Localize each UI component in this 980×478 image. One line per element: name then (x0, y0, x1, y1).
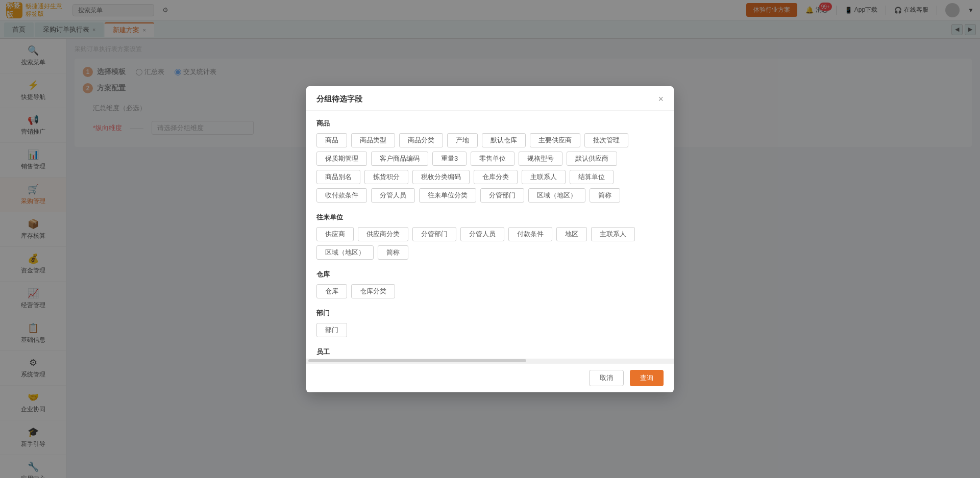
field-tag[interactable]: 客户商品编码 (371, 152, 428, 166)
modal-overlay: 分组待选字段 × 商品 商品 商品类型 商品分类 产地 默认仓库 主要供应商 批… (0, 0, 980, 478)
field-tag[interactable]: 主联系人 (591, 227, 635, 241)
field-tag[interactable]: 拣货积分 (364, 170, 408, 184)
field-tag[interactable]: 批次管理 (584, 133, 628, 147)
field-tag[interactable]: 规格型号 (519, 152, 562, 166)
field-group-department-title: 部门 (316, 309, 664, 318)
field-tag[interactable]: 简称 (590, 188, 620, 203)
field-tag[interactable]: 商品分类 (399, 133, 443, 147)
field-tag[interactable]: 保质期管理 (316, 152, 367, 166)
field-group-warehouse: 仓库 仓库 仓库分类 (316, 270, 664, 298)
field-tag[interactable]: 供应商 (316, 227, 354, 241)
modal-title: 分组待选字段 (316, 94, 362, 104)
field-tag[interactable]: 默认供应商 (567, 152, 617, 166)
field-tag[interactable]: 商品别名 (316, 170, 360, 184)
field-group-department: 部门 部门 (316, 309, 664, 337)
field-tag[interactable]: 仓库分类 (351, 284, 395, 298)
field-group-employee: 员工 业务员 (316, 347, 664, 359)
modal-hscrollbar[interactable] (306, 359, 674, 363)
field-tag[interactable]: 供应商分类 (358, 227, 408, 241)
field-tag[interactable]: 分管部门 (480, 188, 524, 203)
field-tag[interactable]: 分管人员 (371, 188, 415, 203)
field-group-partner: 往来单位 供应商 供应商分类 分管部门 分管人员 付款条件 地区 主联系人 区域… (316, 213, 664, 260)
modal-header: 分组待选字段 × (306, 86, 674, 111)
field-tags-department: 部门 (316, 323, 664, 337)
cancel-button[interactable]: 取消 (589, 370, 624, 386)
field-tag[interactable]: 重量3 (432, 152, 467, 166)
field-tag[interactable]: 地区 (556, 227, 587, 241)
field-tag[interactable]: 分管部门 (412, 227, 456, 241)
field-tag[interactable]: 主联系人 (522, 170, 566, 184)
field-group-goods: 商品 商品 商品类型 商品分类 产地 默认仓库 主要供应商 批次管理 保质期管理… (316, 119, 664, 203)
field-tag[interactable]: 产地 (447, 133, 478, 147)
field-tags-goods: 商品 商品类型 商品分类 产地 默认仓库 主要供应商 批次管理 保质期管理 客户… (316, 133, 664, 203)
confirm-button[interactable]: 查询 (630, 370, 664, 386)
field-tag[interactable]: 收付款条件 (316, 188, 367, 203)
field-tags-warehouse: 仓库 仓库分类 (316, 284, 664, 298)
field-tag[interactable]: 部门 (316, 323, 347, 337)
field-tag[interactable]: 商品 (316, 133, 347, 147)
field-tag[interactable]: 区域（地区） (316, 245, 374, 260)
field-tag[interactable]: 结算单位 (570, 170, 614, 184)
field-select-modal: 分组待选字段 × 商品 商品 商品类型 商品分类 产地 默认仓库 主要供应商 批… (306, 86, 674, 392)
hscroll-thumb[interactable] (308, 359, 526, 362)
field-tag[interactable]: 区域（地区） (528, 188, 585, 203)
field-group-goods-title: 商品 (316, 119, 664, 128)
field-tag[interactable]: 税收分类编码 (412, 170, 470, 184)
field-group-employee-title: 员工 (316, 347, 664, 357)
field-tag[interactable]: 零售单位 (471, 152, 514, 166)
field-tag[interactable]: 仓库 (316, 284, 347, 298)
field-tag[interactable]: 付款条件 (508, 227, 552, 241)
field-group-warehouse-title: 仓库 (316, 270, 664, 279)
modal-body: 商品 商品 商品类型 商品分类 产地 默认仓库 主要供应商 批次管理 保质期管理… (306, 111, 674, 359)
field-tag[interactable]: 默认仓库 (482, 133, 526, 147)
field-tags-partner: 供应商 供应商分类 分管部门 分管人员 付款条件 地区 主联系人 区域（地区） … (316, 227, 664, 260)
field-tag[interactable]: 简称 (378, 245, 408, 260)
field-tag[interactable]: 分管人员 (460, 227, 504, 241)
field-group-partner-title: 往来单位 (316, 213, 664, 222)
field-tag[interactable]: 商品类型 (351, 133, 395, 147)
field-tag[interactable]: 仓库分类 (474, 170, 518, 184)
modal-close-button[interactable]: × (658, 94, 664, 104)
field-tag[interactable]: 往来单位分类 (419, 188, 476, 203)
modal-footer: 取消 查询 (306, 363, 674, 392)
field-tag[interactable]: 主要供应商 (530, 133, 580, 147)
